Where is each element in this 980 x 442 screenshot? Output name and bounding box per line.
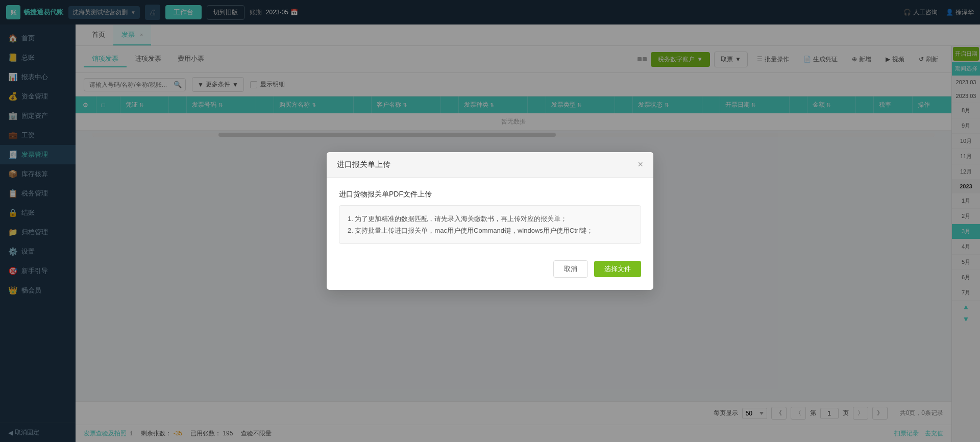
modal-footer: 取消 选择文件 — [327, 252, 653, 290]
modal-header: 进口报关单上传 × — [327, 152, 653, 178]
modal-info-box: 1. 为了更加精准的数据匹配，请先录入海关缴款书，再上传对应的报关单； 2. 支… — [339, 205, 641, 244]
modal-overlay[interactable]: 进口报关单上传 × 进口货物报关单PDF文件上传 1. 为了更加精准的数据匹配，… — [0, 0, 980, 442]
modal-info-line1: 1. 为了更加精准的数据匹配，请先录入海关缴款书，再上传对应的报关单； — [348, 213, 632, 225]
modal-close-button[interactable]: × — [638, 159, 643, 170]
modal-info-line2: 2. 支持批量上传进口报关单，mac用户使用Command键，windows用户… — [348, 225, 632, 236]
import-modal: 进口报关单上传 × 进口货物报关单PDF文件上传 1. 为了更加精准的数据匹配，… — [327, 152, 653, 290]
modal-select-file-button[interactable]: 选择文件 — [594, 261, 641, 277]
modal-body: 进口货物报关单PDF文件上传 1. 为了更加精准的数据匹配，请先录入海关缴款书，… — [327, 178, 653, 253]
modal-cancel-button[interactable]: 取消 — [553, 260, 588, 278]
modal-section-title: 进口货物报关单PDF文件上传 — [339, 190, 641, 199]
modal-title: 进口报关单上传 — [337, 160, 390, 169]
